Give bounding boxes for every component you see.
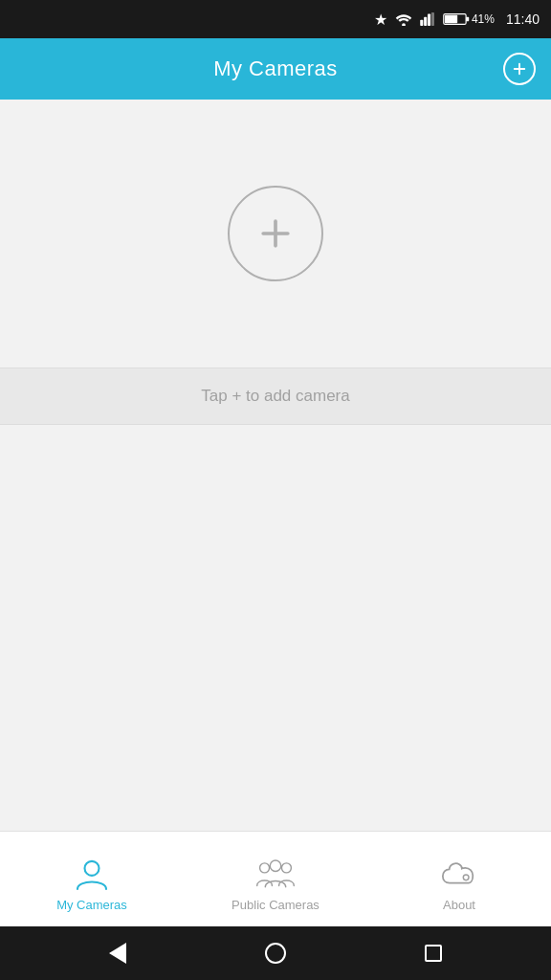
main-content: Tap + to add camera bbox=[0, 100, 551, 831]
home-icon bbox=[265, 943, 286, 964]
add-camera-circle-button[interactable] bbox=[228, 186, 323, 281]
signal-icon bbox=[420, 12, 435, 26]
home-button[interactable] bbox=[258, 936, 293, 970]
bottom-navigation: My Cameras Public Cameras About bbox=[0, 831, 551, 926]
nav-label-about: About bbox=[443, 898, 475, 912]
app-bar: My Cameras bbox=[0, 38, 551, 100]
hint-text: Tap + to add camera bbox=[201, 387, 349, 406]
public-cameras-icon bbox=[256, 856, 295, 894]
recents-icon bbox=[425, 945, 442, 962]
svg-point-12 bbox=[85, 861, 99, 876]
svg-rect-4 bbox=[431, 12, 434, 26]
battery-indicator: 41% bbox=[443, 12, 495, 26]
clock: 11:40 bbox=[506, 11, 540, 27]
svg-point-15 bbox=[270, 860, 280, 871]
recents-button[interactable] bbox=[416, 936, 451, 970]
back-icon bbox=[109, 943, 126, 964]
svg-rect-2 bbox=[424, 17, 427, 26]
svg-rect-1 bbox=[420, 20, 423, 26]
nav-item-about[interactable]: About bbox=[367, 832, 551, 926]
page-title: My Cameras bbox=[213, 56, 338, 81]
svg-point-14 bbox=[281, 863, 291, 873]
system-navigation-bar bbox=[0, 926, 551, 980]
empty-camera-area bbox=[0, 100, 551, 368]
svg-rect-3 bbox=[428, 14, 430, 26]
svg-point-17 bbox=[464, 876, 468, 880]
status-bar: ★ 41% 11:40 bbox=[0, 0, 551, 38]
back-button[interactable] bbox=[100, 936, 135, 970]
star-icon: ★ bbox=[374, 11, 387, 29]
add-camera-header-button[interactable] bbox=[503, 53, 536, 85]
about-icon bbox=[440, 856, 478, 894]
svg-point-0 bbox=[402, 23, 406, 26]
nav-label-my-cameras: My Cameras bbox=[56, 898, 127, 912]
nav-label-public-cameras: Public Cameras bbox=[231, 898, 320, 912]
wifi-icon bbox=[395, 12, 412, 26]
hint-bar: Tap + to add camera bbox=[0, 368, 551, 425]
svg-rect-6 bbox=[466, 17, 469, 22]
my-cameras-icon bbox=[73, 856, 111, 894]
nav-item-my-cameras[interactable]: My Cameras bbox=[0, 832, 184, 926]
svg-rect-7 bbox=[445, 15, 457, 24]
svg-point-13 bbox=[260, 863, 270, 873]
battery-percent: 41% bbox=[472, 12, 495, 26]
nav-item-public-cameras[interactable]: Public Cameras bbox=[184, 832, 367, 926]
